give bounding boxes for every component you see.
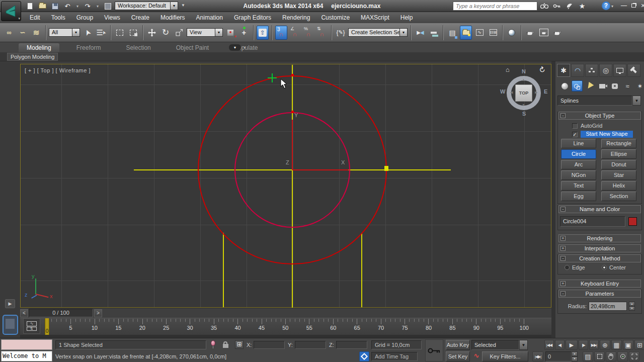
use-pivot-center-icon[interactable]: ▾ (224, 26, 236, 40)
collapse-icon[interactable]: + (560, 236, 566, 241)
shape-button[interactable]: Ellipse (601, 149, 636, 159)
create-tab[interactable]: ✱ (557, 64, 570, 77)
spline-category-dropdown[interactable]: Splines ▼ (557, 96, 641, 106)
current-frame-spinner[interactable]: 0 ▲▼ (545, 351, 578, 361)
expand-arrow-button[interactable]: ▶ (5, 299, 15, 308)
dropdown-arrow-icon[interactable]: ▼ (632, 96, 641, 106)
radius-spinner[interactable]: ▲▼ (629, 302, 635, 311)
align-icon[interactable] (428, 26, 440, 40)
menu-item[interactable]: Animation (191, 12, 228, 23)
viewcube-top-face[interactable]: TOP (515, 84, 532, 102)
geometry-icon[interactable] (559, 80, 570, 92)
z-coordinate-field[interactable] (336, 341, 367, 349)
select-link-icon[interactable]: ∞ (3, 26, 15, 40)
curve-editor-icon[interactable]: ∿ (473, 26, 486, 40)
angle-snap-icon[interactable]: ∠∩ (289, 26, 301, 40)
space-warps-icon[interactable]: ≈ (622, 80, 633, 92)
menu-item[interactable]: MAXScript (355, 12, 395, 23)
key-mode-toggle-button[interactable]: |◀▶| (532, 351, 543, 361)
orbit-icon[interactable] (617, 351, 628, 361)
viewcube-south-label[interactable]: S (522, 111, 526, 117)
select-by-name-icon[interactable]: ☰➤ (95, 26, 107, 40)
save-icon[interactable] (50, 2, 59, 11)
time-slider-ruler[interactable]: 0510152025303540455055606570758085909510… (20, 318, 551, 335)
redo-flyout-icon[interactable]: ▾ (96, 2, 100, 11)
selection-lock-icon[interactable] (223, 341, 228, 348)
auto-key-button[interactable]: Auto Key (446, 340, 470, 350)
undo-icon[interactable]: ↶ (63, 2, 72, 11)
edge-radio[interactable] (565, 265, 570, 270)
menu-item[interactable]: Modifiers (155, 12, 191, 23)
select-manipulate-icon[interactable]: + (238, 26, 250, 40)
rollout-rendering[interactable]: + Rendering (558, 234, 641, 242)
shape-button[interactable]: Rectangle (601, 139, 636, 148)
shape-button[interactable]: Star (601, 170, 636, 180)
collapse-icon[interactable]: + (560, 246, 566, 251)
viewcube-orbit-icon[interactable]: ↻ (537, 64, 547, 75)
percent-snap-icon[interactable]: %∩ (302, 26, 314, 40)
select-rotate-icon[interactable]: ↻ (159, 26, 172, 40)
mirror-icon[interactable]: ▶◀ (414, 26, 426, 40)
systems-icon[interactable]: ✶ (634, 80, 644, 92)
viewcube-arrow-down-icon[interactable]: ▼ (522, 103, 525, 107)
set-key-button[interactable]: Set Key (446, 351, 470, 361)
menu-item[interactable]: Graph Editors (228, 12, 277, 23)
collapse-icon[interactable]: - (560, 207, 566, 212)
help-flyout-icon[interactable]: ▾ (611, 4, 613, 9)
viewcube-west-label[interactable]: W (500, 88, 505, 95)
workspace-flyout-icon[interactable]: ▼ (181, 3, 185, 8)
object-name-field[interactable]: Circle004 (560, 216, 625, 227)
menu-item[interactable]: Help (395, 12, 419, 23)
ribbon-tab[interactable]: Object Paint (168, 43, 217, 52)
frame-spinner-arrows[interactable]: ▲▼ (572, 351, 578, 361)
start-new-shape-button[interactable]: Start New Shape (581, 131, 633, 138)
viewcube-home-icon[interactable]: ⌂ (506, 66, 510, 73)
ribbon-tab[interactable]: Modeling (19, 43, 59, 52)
dropdown-arrow-icon[interactable]: ▼ (170, 2, 178, 10)
restore-button[interactable] (629, 2, 637, 9)
helpers-icon[interactable] (609, 80, 620, 92)
shape-button[interactable]: Line (561, 139, 596, 148)
absolute-mode-icon[interactable]: ⊞ (235, 340, 244, 349)
zoom-region-icon[interactable] (594, 351, 605, 361)
render-setup-icon[interactable] (524, 26, 536, 40)
shape-button[interactable]: NGon (561, 170, 596, 180)
key-filters-button[interactable]: Key Filters... (482, 351, 528, 361)
motion-tab[interactable]: ◎ (599, 64, 612, 77)
autogrid-checkbox[interactable] (572, 123, 578, 129)
time-slider-handle[interactable]: 0 (45, 318, 49, 335)
open-file-icon[interactable] (38, 2, 47, 11)
shape-button[interactable]: Text (561, 181, 596, 191)
rollout-creation-method[interactable]: - Creation Method (558, 254, 641, 262)
menu-item[interactable]: Views (99, 12, 126, 23)
menu-item[interactable]: Create (126, 12, 155, 23)
menu-item[interactable]: Tools (46, 12, 71, 23)
edit-named-selections-icon[interactable]: {✎} (335, 26, 347, 40)
help-icon[interactable]: ? (602, 2, 610, 10)
window-crossing-icon[interactable] (127, 26, 139, 40)
select-scale-icon[interactable] (173, 26, 185, 40)
project-folder-icon[interactable] (103, 2, 112, 11)
frame-number-field[interactable]: 0 (545, 351, 572, 361)
rollout-parameters[interactable]: - Parameters (558, 290, 641, 298)
ribbon-tab[interactable]: Freeform (68, 43, 109, 52)
maxscript-mini-listener-pink[interactable] (1, 339, 52, 350)
spinner-snap-icon[interactable]: ⇅∩ (316, 26, 328, 40)
new-file-icon[interactable] (25, 2, 34, 11)
workspace-dropdown[interactable]: Workspace: Default ▼ (115, 2, 178, 10)
add-time-tag[interactable]: Add Time Tag (371, 352, 418, 361)
named-selection-dropdown[interactable]: Create Selection Se ▼ (348, 28, 408, 37)
key-mode-dropdown[interactable]: Selected ▼ (471, 340, 528, 350)
zoom-all-icon[interactable]: ▦ (611, 340, 622, 350)
lights-icon[interactable] (584, 80, 595, 92)
material-editor-icon[interactable] (506, 26, 518, 40)
reference-coordinate-dropdown[interactable]: View ▼ (187, 28, 223, 37)
degradation-override-icon[interactable]: ▤ (583, 351, 593, 361)
start-new-shape-checkbox[interactable]: ✓ (572, 132, 578, 137)
modify-tab[interactable]: ◠ (571, 64, 584, 77)
max-logo-button[interactable]: ▾ (1, 1, 21, 21)
dropdown-arrow-icon[interactable]: ▼ (399, 28, 408, 37)
display-tab[interactable] (613, 64, 626, 77)
key-filter-curve-icon[interactable]: ∿ (472, 351, 481, 361)
pan-hand-icon[interactable] (606, 351, 616, 361)
